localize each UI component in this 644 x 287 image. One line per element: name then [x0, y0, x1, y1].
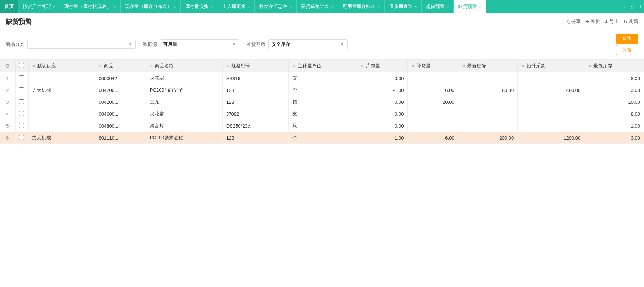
select-all-checkbox[interactable] — [19, 63, 24, 68]
nav-restore-button[interactable]: ⊡ — [627, 0, 636, 13]
td-name-2: 三九 — [146, 96, 222, 108]
sort-icon-replenish: ⇅ — [411, 64, 414, 68]
td-row-num-1: 2 — [0, 84, 15, 96]
td-code-5: 801110... — [95, 132, 146, 144]
nav-next-button[interactable]: › — [622, 0, 627, 13]
replenish-filter-group: 补货基数 安全库存 ▼ — [247, 39, 348, 49]
share-button[interactable]: ⎗ 分享 — [567, 18, 581, 25]
category-select[interactable]: ▼ — [27, 40, 136, 49]
tab-label-7: 要货单统计表 — [301, 3, 329, 10]
td-check-5[interactable] — [15, 132, 28, 144]
tab-label-3: 现存量（库存分布表） — [125, 3, 172, 10]
close-icon-10[interactable]: × — [447, 4, 449, 9]
close-icon-7[interactable]: × — [331, 4, 334, 9]
replenish-filter-label: 补货基数 — [247, 41, 265, 48]
table-row: 3 004200... 三九 123 箱 0.00 20.00 10.00 — [0, 96, 644, 108]
td-latest-price-0 — [458, 72, 518, 84]
close-icon-5[interactable]: × — [248, 4, 250, 9]
refresh-icon: ↻ — [623, 19, 627, 25]
td-row-num-4: 5 — [0, 120, 15, 132]
replenish-icon: ✚ — [585, 19, 589, 25]
nav-tab-8[interactable]: 可用量库存账本 × — [338, 0, 384, 13]
filter-actions: 查询 设置 — [616, 34, 638, 55]
row-checkbox-5[interactable] — [19, 135, 24, 140]
nav-tab-11[interactable]: 缺货预警 × — [454, 0, 486, 13]
replenish-button[interactable]: ✚ 补货 — [585, 18, 600, 25]
th-unit-label: 主计量单位 — [298, 63, 321, 69]
share-label: 分享 — [571, 18, 581, 25]
nav-tab-10[interactable]: 超储预警 × — [422, 0, 454, 13]
nav-tab-4[interactable]: 库存批次账 × — [181, 0, 218, 13]
td-name-0: 火花塞 — [146, 72, 222, 84]
export-button[interactable]: ⬇ 导出 — [604, 18, 619, 25]
row-checkbox-1[interactable] — [19, 87, 24, 92]
td-check-2[interactable] — [15, 96, 28, 108]
main-content: 缺货预警 ⎗ 分享 ✚ 补货 ⬇ 导出 ↻ 刷新 商品分类 — [0, 13, 644, 287]
td-check-0[interactable] — [15, 72, 28, 84]
td-latest-price-3 — [458, 108, 518, 120]
td-unit-5: 个 — [289, 132, 357, 144]
close-icon-8[interactable]: × — [378, 4, 380, 9]
th-est-purchase-label: 预计采购... — [527, 63, 549, 69]
close-icon-9[interactable]: × — [415, 4, 417, 9]
close-icon-6[interactable]: × — [290, 4, 292, 9]
nav-tab-9[interactable]: 保质期查询 × — [385, 0, 422, 13]
nav-tab-3[interactable]: 现存量（库存分布表） × — [121, 0, 181, 13]
page-title: 缺货预警 — [6, 17, 32, 26]
td-row-num-3: 4 — [0, 108, 15, 120]
datasource-value: 可用量 — [163, 41, 177, 48]
nav-maximize-button[interactable]: □ — [636, 0, 643, 13]
nav-tab-1[interactable]: 拣货异常处理 × — [18, 0, 60, 13]
td-stock-3: 0.00 — [357, 108, 408, 120]
td-est-purchase-4 — [518, 120, 584, 132]
nav-bar: 首页 拣货异常处理 × 现存量（库存状况表） × 现存量（库存分布表） × 库存… — [0, 0, 644, 13]
table-row: 1 0000042 火花塞 SS816 支 0.00 8.00 — [0, 72, 644, 84]
td-min-stock-3: 8.00 — [584, 108, 644, 120]
replenish-select[interactable]: 安全库存 ▼ — [268, 39, 348, 49]
nav-tab-home[interactable]: 首页 — [0, 0, 18, 13]
th-supplier-label: 默认供应... — [37, 63, 60, 69]
td-unit-0: 支 — [289, 72, 357, 84]
row-checkbox-3[interactable] — [19, 111, 24, 116]
th-spec: ⇅ 规格型号 — [222, 60, 288, 72]
th-min-stock: ⇅ 最低库存 — [584, 60, 644, 72]
td-name-5: PC200张紧油缸 — [146, 132, 222, 144]
nav-tab-6[interactable]: 收发存汇总表 × — [255, 0, 296, 13]
td-spec-1: 123 — [222, 84, 288, 96]
td-check-4[interactable] — [15, 120, 28, 132]
row-checkbox-2[interactable] — [19, 99, 24, 104]
td-spec-5: 123 — [222, 132, 288, 144]
close-icon-2[interactable]: × — [113, 4, 116, 9]
td-stock-1: -1.00 — [357, 84, 408, 96]
refresh-button[interactable]: ↻ 刷新 — [623, 18, 638, 25]
tab-label-2: 现存量（库存状况表） — [64, 3, 111, 10]
close-icon-3[interactable]: × — [174, 4, 176, 9]
close-icon-1[interactable]: × — [53, 4, 55, 9]
nav-tab-7[interactable]: 要货单统计表 × — [297, 0, 338, 13]
row-checkbox-0[interactable] — [19, 75, 24, 80]
th-latest-price-label: 最新进价 — [467, 63, 486, 69]
gear-icon[interactable]: ⚙ — [5, 63, 10, 69]
td-check-1[interactable] — [15, 84, 28, 96]
nav-tab-2[interactable]: 现存量（库存状况表） × — [60, 0, 120, 13]
td-replenish-4 — [408, 120, 458, 132]
close-icon-4[interactable]: × — [211, 4, 213, 9]
row-checkbox-4[interactable] — [19, 123, 24, 128]
th-est-purchase: ⇅ 预计采购... — [518, 60, 584, 72]
nav-prev-button[interactable]: ‹ — [617, 0, 622, 13]
td-check-3[interactable] — [15, 108, 28, 120]
td-name-4: 离合片 — [146, 120, 222, 132]
nav-tab-5[interactable]: 出入库流水 × — [218, 0, 255, 13]
query-button[interactable]: 查询 — [616, 34, 638, 44]
td-code-4: 004800... — [95, 120, 146, 132]
close-icon-11[interactable]: × — [479, 4, 481, 9]
table-row: 5 004800... 离合片 DS250*23c... 只 0.00 1.00 — [0, 120, 644, 132]
td-unit-2: 箱 — [289, 96, 357, 108]
datasource-filter-label: 数据源 — [143, 41, 157, 48]
datasource-select[interactable]: 可用量 ▼ — [160, 39, 239, 49]
settings-button[interactable]: 设置 — [616, 45, 638, 55]
table-container: ⚙ ⇅ 默认供应... ⇅ 商品... ⇅ 商品名称 — [0, 60, 644, 287]
td-est-purchase-1: 480.00 — [518, 84, 584, 96]
td-latest-price-2 — [458, 96, 518, 108]
td-spec-3: J7092 — [222, 108, 288, 120]
